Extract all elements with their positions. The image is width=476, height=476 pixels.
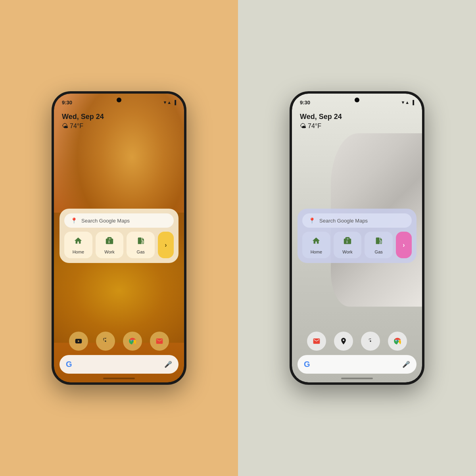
dock-chrome-right[interactable]	[388, 332, 407, 351]
phone-right: 9:30 ▼▲ ▐ Wed, Sep 24 🌤 74°F 📍 S	[290, 91, 424, 385]
dock-gmail-left[interactable]	[150, 332, 169, 351]
dest-gas-label-right: Gas	[375, 250, 383, 254]
background-right: 9:30 ▼▲ ▐ Wed, Sep 24 🌤 74°F 📍 S	[238, 0, 476, 476]
google-bar-left[interactable]: G 🎤	[60, 355, 178, 374]
temp-value-left: 74°F	[70, 123, 83, 130]
home-indicator-left	[103, 378, 135, 379]
google-bar-right[interactable]: G 🎤	[298, 355, 416, 374]
status-time-right: 9:30	[300, 100, 310, 106]
maps-search-text-left: Search Google Maps	[81, 218, 130, 224]
maps-search-bar-right[interactable]: 📍 Search Google Maps	[302, 213, 412, 228]
more-arrow-icon-left: ›	[165, 242, 167, 249]
maps-widget-right[interactable]: 📍 Search Google Maps Home	[298, 209, 416, 263]
svg-point-2	[370, 340, 371, 342]
dock-youtube-left[interactable]	[69, 332, 88, 351]
dest-gas-right[interactable]: Gas	[365, 232, 393, 258]
weather-widget-left: Wed, Sep 24 🌤 74°F	[62, 113, 104, 130]
svg-point-0	[105, 340, 106, 342]
dest-home-right[interactable]: Home	[302, 232, 330, 258]
battery-icon-left: ▐	[173, 100, 176, 105]
home-indicator-right	[341, 378, 373, 379]
dest-gas-label-left: Gas	[137, 250, 145, 254]
dock-maps-right[interactable]	[334, 332, 353, 351]
weather-widget-right: Wed, Sep 24 🌤 74°F	[300, 113, 342, 130]
home-icon-right	[312, 236, 321, 247]
dock-row-right	[292, 332, 422, 351]
maps-search-bar-left[interactable]: 📍 Search Google Maps	[64, 213, 174, 228]
destinations-row-right: Home Work	[302, 232, 412, 258]
status-time-left: 9:30	[62, 100, 72, 106]
phone-left: 9:30 ▼▲ ▐ Wed, Sep 24 🌤 74°F 📍 S	[52, 91, 186, 385]
dest-more-right[interactable]: ›	[396, 232, 412, 258]
background-left: 9:30 ▼▲ ▐ Wed, Sep 24 🌤 74°F 📍 S	[0, 0, 238, 476]
weather-date-left: Wed, Sep 24	[62, 113, 104, 121]
dest-gas-left[interactable]: Gas	[127, 232, 155, 258]
destinations-row-left: Home Work	[64, 232, 174, 258]
gas-icon-left	[136, 236, 145, 247]
camera-notch-right	[355, 98, 359, 102]
work-icon-left	[105, 236, 114, 247]
dock-gmail-right[interactable]	[307, 332, 326, 351]
dock-pinwheel-right[interactable]	[361, 332, 380, 351]
dest-home-left[interactable]: Home	[64, 232, 92, 258]
phone-screen-right: 9:30 ▼▲ ▐ Wed, Sep 24 🌤 74°F 📍 S	[292, 94, 422, 382]
home-icon-left	[74, 236, 83, 247]
dock-row-left	[54, 332, 184, 351]
battery-icon-right: ▐	[411, 100, 414, 105]
sun-icon-right: 🌤	[300, 123, 306, 130]
phone-screen-left: 9:30 ▼▲ ▐ Wed, Sep 24 🌤 74°F 📍 S	[54, 94, 184, 382]
dock-chrome-left[interactable]	[123, 332, 142, 351]
maps-search-text-right: Search Google Maps	[319, 218, 368, 224]
gas-icon-right	[374, 236, 383, 247]
dest-home-label-right: Home	[311, 250, 322, 254]
dock-pinwheel-left[interactable]	[96, 332, 115, 351]
more-arrow-icon-right: ›	[403, 242, 405, 249]
sun-icon-left: 🌤	[62, 123, 68, 130]
weather-date-right: Wed, Sep 24	[300, 113, 342, 121]
maps-pin-icon-right: 📍	[309, 217, 315, 224]
dest-work-left[interactable]: Work	[96, 232, 124, 258]
weather-temp-left: 🌤 74°F	[62, 123, 104, 130]
google-g-left: G	[66, 360, 72, 369]
maps-pin-icon-left: 📍	[71, 217, 77, 224]
status-icons-left: ▼▲ ▐	[163, 100, 176, 105]
dest-work-label-right: Work	[342, 250, 352, 254]
dest-more-left[interactable]: ›	[158, 232, 174, 258]
maps-widget-left[interactable]: 📍 Search Google Maps Home	[60, 209, 178, 263]
dest-work-right[interactable]: Work	[334, 232, 362, 258]
weather-temp-right: 🌤 74°F	[300, 123, 342, 130]
mic-icon-right[interactable]: 🎤	[402, 361, 410, 368]
signal-icon-left: ▼▲	[163, 100, 171, 105]
status-icons-right: ▼▲ ▐	[401, 100, 414, 105]
dest-work-label-left: Work	[104, 250, 114, 254]
google-g-right: G	[304, 360, 310, 369]
camera-notch-left	[117, 98, 121, 102]
work-icon-right	[343, 236, 352, 247]
dest-home-label-left: Home	[73, 250, 84, 254]
signal-icon-right: ▼▲	[401, 100, 409, 105]
mic-icon-left[interactable]: 🎤	[164, 361, 172, 368]
temp-value-right: 74°F	[308, 123, 321, 130]
